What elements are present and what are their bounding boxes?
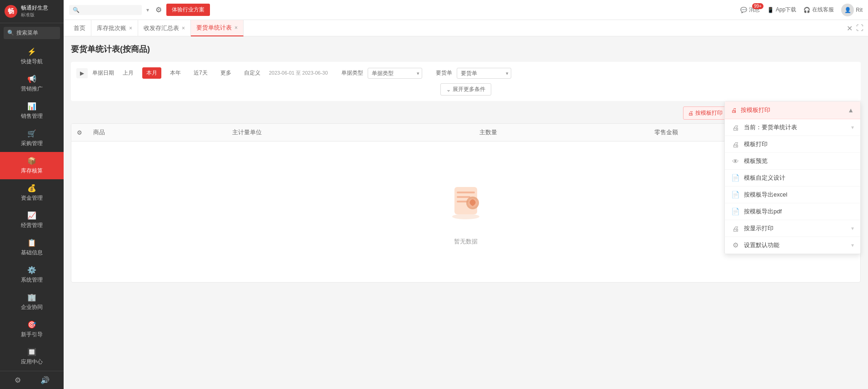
sidebar-item-guide[interactable]: 🎯 新手引导	[0, 316, 64, 343]
quick-nav-icon: ⚡	[27, 47, 36, 56]
topbar-search-input[interactable]	[82, 7, 138, 13]
col-goods-header: 商品	[88, 124, 227, 141]
sidebar-item-label: 经营管理	[21, 222, 43, 229]
col-settings-header[interactable]: ⚙	[71, 124, 88, 141]
sidebar: 畅 畅通好生意 标准版 🔍 搜索菜单 ⚡ 快捷导航 📢 营销推广 📊 销售管理 …	[0, 0, 64, 389]
display-print-icon: 🖨	[731, 225, 739, 232]
search-icon: 🔍	[7, 30, 14, 36]
date-btn-last-month[interactable]: 上月	[119, 67, 138, 79]
experience-btn[interactable]: 体验行业方案	[166, 4, 210, 16]
purchase-icon: 🛒	[27, 129, 36, 138]
sidebar-sound-button[interactable]: 🔊	[40, 376, 50, 384]
dropdown-display-print[interactable]: 🖨 按显示打印 ▾	[725, 220, 860, 237]
doc-type-select[interactable]: 单据类型	[368, 68, 422, 79]
tabbar: 首页 库存批次账 × 收发存汇总表 × 要货单统计表 × ✕ ⛶	[64, 20, 868, 36]
date-btn-this-month[interactable]: 本月	[142, 67, 161, 79]
dropdown-chevron-up[interactable]: ▲	[848, 106, 854, 114]
dropdown-header-left: 🖨 按模板打印	[731, 106, 770, 114]
date-btn-7days[interactable]: 近7天	[190, 67, 212, 79]
system-icon: ⚙️	[27, 266, 36, 274]
tab-receive-summary-label: 收发存汇总表	[144, 24, 179, 32]
sidebar-item-label: 库存核算	[21, 167, 43, 175]
requisition-select-wrap: 要货单	[457, 68, 511, 79]
message-icon: 💬	[740, 7, 747, 13]
app-download-button[interactable]: 📱 App下载	[767, 6, 796, 14]
date-btn-more[interactable]: 更多	[216, 67, 235, 79]
search-icon: 🔍	[73, 7, 80, 13]
finance-icon: 💰	[27, 184, 36, 192]
filter-toggle-button[interactable]: ▶	[76, 68, 88, 78]
topbar-gear-icon[interactable]: ⚙	[155, 5, 162, 14]
print-icon: 🖨	[731, 107, 737, 114]
template-print-icon: 🖨	[731, 141, 739, 148]
user-avatar-button[interactable]: 👤 Rit	[841, 4, 863, 16]
dropdown-template-print[interactable]: 🖨 模板打印	[725, 136, 860, 153]
tab-inventory-batch[interactable]: 库存批次账 ×	[91, 20, 138, 36]
online-service-label: 在线客服	[812, 6, 834, 14]
printer-icon: 🖨	[688, 110, 693, 116]
sidebar-item-finance[interactable]: 💰 资金管理	[0, 179, 64, 207]
sound-icon: 🔊	[40, 376, 50, 384]
sidebar-item-basic[interactable]: 📋 基础信息	[0, 234, 64, 261]
sidebar-settings-button[interactable]: ⚙	[15, 376, 21, 384]
message-button[interactable]: 💬 消息 99+	[740, 6, 760, 14]
topbar-search-wrap: 🔍	[69, 5, 142, 15]
page-content: 要货单统计表(按商品) ▶ 单据日期 上月 本月 本年 近7天 更多 自定义 2…	[64, 36, 868, 389]
template-excel-icon: 📄	[731, 191, 739, 199]
headset-icon: 🎧	[803, 7, 810, 13]
tab-receive-summary-close[interactable]: ×	[182, 25, 185, 31]
sidebar-item-enterprise[interactable]: 🏢 企业协同	[0, 288, 64, 316]
sidebar-item-inventory[interactable]: 📦 库存核算	[0, 152, 64, 179]
sidebar-item-quick-nav[interactable]: ⚡ 快捷导航	[0, 43, 64, 70]
user-name: Rit	[856, 7, 863, 13]
online-service-button[interactable]: 🎧 在线客服	[803, 6, 834, 14]
avatar: 👤	[841, 4, 854, 16]
tab-requisition[interactable]: 要货单统计表 ×	[191, 20, 244, 36]
sidebar-item-system[interactable]: ⚙️ 系统管理	[0, 261, 64, 288]
expand-filter-button[interactable]: ⌄ 展开更多条件	[440, 83, 491, 96]
template-design-icon: 📄	[731, 174, 739, 182]
sidebar-item-purchase[interactable]: 🛒 采购管理	[0, 125, 64, 152]
template-print-label: 模板打印	[744, 140, 768, 148]
tab-expand-button[interactable]: ⛶	[856, 24, 863, 32]
topbar-chevron-icon[interactable]: ▾	[146, 7, 149, 13]
main-area: 🔍 ▾ ⚙ 体验行业方案 💬 消息 99+ 📱 App下载 🎧 在线客服 👤 R	[64, 0, 868, 389]
dropdown-template-preview[interactable]: 👁 模板预览	[725, 153, 860, 170]
dropdown-current-template[interactable]: 🖨 当前：要货单统计表 ▾	[725, 119, 860, 136]
tab-requisition-label: 要货单统计表	[196, 24, 232, 32]
guide-icon: 🎯	[27, 320, 36, 329]
tab-receive-summary[interactable]: 收发存汇总表 ×	[138, 20, 191, 36]
sidebar-item-marketing[interactable]: 📢 营销推广	[0, 70, 64, 97]
sidebar-footer: ⚙ 🔊	[0, 371, 64, 389]
date-btn-this-year[interactable]: 本年	[166, 67, 185, 79]
requisition-type-select[interactable]: 要货单	[457, 68, 511, 79]
tab-home-label: 首页	[74, 24, 85, 32]
print-template-label: 按模板打印	[695, 109, 723, 117]
dropdown-template-export-excel[interactable]: 📄 按模板导出excel	[725, 187, 860, 203]
dropdown-set-default[interactable]: ⚙ 设置默认功能 ▾	[725, 237, 860, 254]
dropdown-title: 按模板打印	[741, 106, 770, 114]
tab-requisition-close[interactable]: ×	[234, 25, 238, 31]
filter-bar: ▶ 单据日期 上月 本月 本年 近7天 更多 自定义 2023-06-01 至 …	[71, 62, 861, 101]
date-btn-custom[interactable]: 自定义	[240, 67, 264, 79]
tab-close-all-button[interactable]: ✕	[847, 24, 853, 32]
template-pdf-label: 按模板导出pdf	[744, 207, 782, 216]
sidebar-item-app-center[interactable]: 🔲 应用中心	[0, 343, 64, 370]
sidebar-search-button[interactable]: 🔍 搜索菜单	[4, 27, 60, 39]
tab-inventory-batch-close[interactable]: ×	[129, 25, 132, 31]
sidebar-item-sales[interactable]: 📊 销售管理	[0, 97, 64, 125]
sidebar-nav: ⚡ 快捷导航 📢 营销推广 📊 销售管理 🛒 采购管理 📦 库存核算 💰 资金管…	[0, 43, 64, 371]
sidebar-item-operation[interactable]: 📈 经营管理	[0, 207, 64, 234]
app-download-label: App下载	[776, 6, 796, 14]
dropdown-template-design[interactable]: 📄 模板自定义设计	[725, 170, 860, 187]
marketing-icon: 📢	[27, 75, 36, 83]
tab-home[interactable]: 首页	[68, 20, 91, 36]
sidebar-item-label: 营销推广	[21, 85, 43, 93]
expand-icon: ⌄	[446, 86, 451, 93]
sidebar-item-label: 基础信息	[21, 249, 43, 257]
sidebar-item-label: 企业协同	[21, 303, 43, 311]
dropdown-header: 🖨 按模板打印 ▲	[725, 101, 860, 119]
doc-type-select-wrap: 单据类型	[368, 68, 422, 79]
dropdown-template-export-pdf[interactable]: 📄 按模板导出pdf	[725, 203, 860, 220]
empty-text: 暂无数据	[454, 237, 478, 246]
